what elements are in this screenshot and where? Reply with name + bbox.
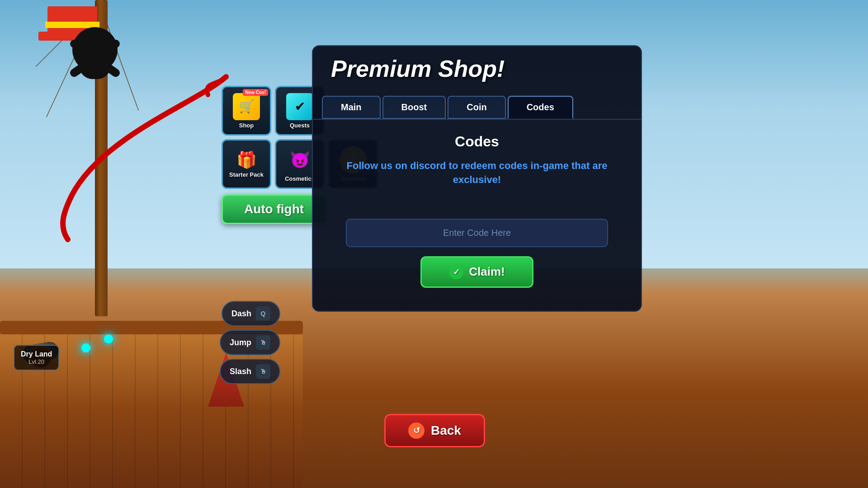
skull-crossbones	[59, 23, 131, 95]
back-label: Back	[431, 423, 461, 438]
skull-jaw	[79, 61, 111, 79]
starter-pack-button[interactable]: 🎁 Starter Pack	[222, 139, 271, 189]
shop-title: Premium Shop!	[322, 55, 632, 87]
starter-pack-label: Starter Pack	[229, 171, 264, 178]
slash-button[interactable]: Slash 🖱	[220, 359, 280, 384]
tab-coin[interactable]: Coin	[448, 96, 505, 119]
dash-key: Q	[256, 306, 270, 321]
jump-label: Jump	[230, 338, 251, 347]
slash-key: 🖱	[256, 364, 270, 379]
back-button[interactable]: ↺ Back	[384, 414, 485, 447]
action-buttons: Dash Q Jump 🖱 Slash 🖱	[220, 301, 280, 384]
premium-shop-panel: Premium Shop! Main Boost Coin Codes Code…	[312, 45, 642, 312]
quests-icon: ✔	[286, 93, 313, 120]
glow-ball-1	[104, 334, 113, 343]
tab-codes[interactable]: Codes	[508, 96, 573, 119]
dash-label: Dash	[231, 309, 251, 319]
slash-label: Slash	[230, 367, 251, 376]
location-level: Lvl.20	[21, 358, 52, 365]
shop-content: Codes Follow us on discord to redeem cod…	[313, 120, 641, 301]
shop-button[interactable]: New Cos! 🛒 Shop	[222, 86, 271, 136]
codes-section-title: Codes	[455, 133, 499, 150]
new-badge: New Cos!	[243, 89, 268, 96]
shop-label: Shop	[239, 122, 254, 129]
jump-key: 🖱	[256, 335, 270, 350]
ship-scene	[0, 0, 303, 488]
cosmetics-icon: 😈	[286, 146, 313, 174]
dash-button[interactable]: Dash Q	[222, 301, 280, 326]
shop-icon: 🛒	[233, 93, 260, 120]
claim-label: Claim!	[469, 265, 505, 279]
jump-button[interactable]: Jump 🖱	[220, 330, 280, 355]
glow-ball-2	[81, 343, 90, 352]
claim-button[interactable]: ✓ Claim!	[420, 256, 533, 288]
shop-title-area: Premium Shop!	[313, 46, 641, 87]
claim-check-icon: ✓	[449, 265, 463, 279]
tab-main[interactable]: Main	[322, 96, 381, 119]
location-badge: Dry Land Lvl.20	[14, 345, 59, 371]
auto-fight-button[interactable]: Auto fight	[222, 194, 326, 224]
location-name: Dry Land	[21, 350, 52, 358]
cosmetics-label: Cosmetics	[285, 175, 315, 182]
starter-pack-icon: 🎁	[236, 150, 257, 169]
shop-tabs: Main Boost Coin Codes	[313, 87, 641, 119]
codes-description: Follow us on discord to redeem codes in-…	[346, 159, 608, 187]
code-input[interactable]	[346, 219, 608, 247]
back-icon: ↺	[408, 422, 425, 439]
tab-boost[interactable]: Boost	[382, 96, 446, 119]
quests-label: Quests	[290, 122, 310, 129]
